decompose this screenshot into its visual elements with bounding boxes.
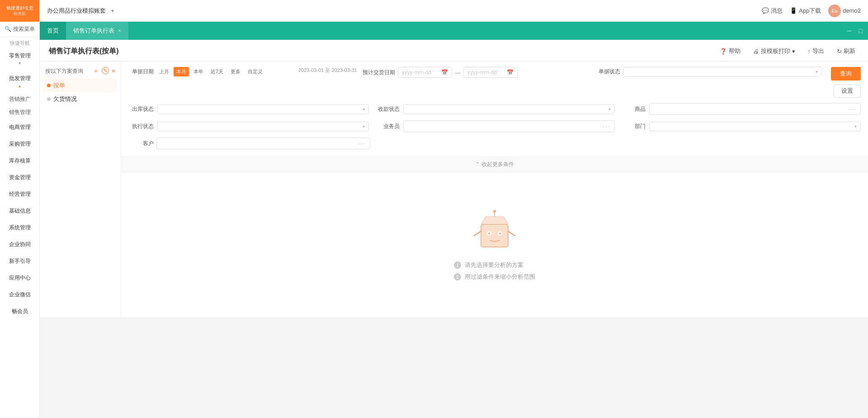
exec-status-select[interactable]: ▾ xyxy=(157,122,369,131)
dept-select[interactable]: ▾ xyxy=(649,122,861,131)
collapse-panel-btn[interactable]: « xyxy=(112,67,115,75)
date-btn-custom[interactable]: 自定义 xyxy=(245,67,265,76)
add-plan-btn[interactable]: ＋ xyxy=(93,67,99,75)
content-area: 按以下方案查询 ＋ ✎ « 按单 欠货情况 xyxy=(40,62,868,317)
sidebar-item-operations[interactable]: 经营管理 xyxy=(0,186,39,203)
svg-point-9 xyxy=(493,210,496,213)
date-btn-7days[interactable]: 近7天 xyxy=(208,67,226,76)
date-from-placeholder: yyyy-mm-dd xyxy=(402,69,431,76)
operations-label: 经营管理 xyxy=(9,190,31,198)
expected-date-from[interactable]: yyyy-mm-dd 📅 xyxy=(398,67,452,78)
salesman-select[interactable]: ··· xyxy=(403,120,615,132)
topbar-title: 办公用品行业模拟账套 xyxy=(47,7,106,15)
settings-btn[interactable]: 设置 xyxy=(834,84,861,98)
date-to-placeholder: yyyy-mm-dd xyxy=(467,69,497,76)
date-btn-last-month[interactable]: 上月 xyxy=(156,67,172,76)
tab-close-btn[interactable]: × xyxy=(118,28,121,34)
search-label: 搜索菜单 xyxy=(13,26,35,32)
goods-filter: 商品 ··· xyxy=(620,103,861,115)
sidebar-item-finance[interactable]: 资金管理 xyxy=(0,169,39,186)
avatar: Ea xyxy=(828,5,841,17)
help-label: 帮助 xyxy=(729,47,741,55)
sidebar-item-wholesale[interactable]: 批发管理 ▴ xyxy=(0,70,39,93)
tab-home[interactable]: 首页 xyxy=(40,22,66,40)
sidebar-item-sales[interactable]: 销售管理 xyxy=(0,106,39,119)
dept-label: 部门 xyxy=(620,123,646,130)
expected-date-to[interactable]: yyyy-mm-dd 📅 xyxy=(463,67,518,78)
message-btn[interactable]: 💬 消息 xyxy=(762,7,783,15)
export-btn[interactable]: ↑ 导出 xyxy=(804,45,828,57)
sidebar-item-inventory[interactable]: 库存核算 xyxy=(0,152,39,169)
window-minimize-btn[interactable]: ─ xyxy=(845,25,854,36)
calendar-to-icon: 📅 xyxy=(507,69,514,76)
refresh-icon: ↻ xyxy=(837,48,842,55)
finance-label: 资金管理 xyxy=(9,174,31,181)
help-icon: ❓ xyxy=(720,48,727,55)
plan-label-by-order: 按单 xyxy=(53,81,65,90)
date-btn-this-month[interactable]: 本月 xyxy=(174,67,189,76)
customer-label: 客户 xyxy=(128,140,154,147)
retail-label: 零售管理 xyxy=(9,52,31,60)
app-download-btn[interactable]: 📱 App下载 xyxy=(790,7,821,15)
plan-dot-inactive xyxy=(47,97,51,101)
sidebar-item-ecommerce[interactable]: 电商管理 xyxy=(0,119,39,136)
help-btn[interactable]: ❓ 帮助 xyxy=(716,45,744,57)
filter-area: 单据日期 上月 本月 本年 近7天 更多 自定义 2023 xyxy=(121,62,868,155)
date-btn-more[interactable]: 更多 xyxy=(228,67,243,76)
sidebar-item-newbie[interactable]: 新手引导 xyxy=(0,253,39,270)
customer-select[interactable]: ··· xyxy=(156,138,370,149)
purchase-label: 采购管理 xyxy=(9,140,31,148)
out-status-select[interactable]: ▾ xyxy=(157,104,369,114)
tab-sales-exec[interactable]: 销售订单执行表 × xyxy=(66,22,128,40)
payment-status-select[interactable]: ▾ xyxy=(403,104,615,114)
sidebar-item-wechat[interactable]: 企业微信 xyxy=(0,286,39,303)
plan-item-by-order[interactable]: 按单 xyxy=(43,79,117,92)
svg-line-7 xyxy=(508,231,515,236)
goods-select[interactable]: ··· xyxy=(649,103,861,115)
refresh-btn[interactable]: ↻ 刷新 xyxy=(833,45,859,57)
member-label: 畅会员 xyxy=(12,308,28,315)
collapse-icon: ⌃ xyxy=(475,161,480,167)
sidebar-search[interactable]: 🔍 搜索菜单 xyxy=(0,22,39,37)
export-label: 导出 xyxy=(812,47,824,55)
print-btn[interactable]: 🖨 按模板打印 ▾ xyxy=(750,45,799,57)
plan-item-by-debt[interactable]: 欠货情况 xyxy=(43,92,117,106)
sidebar-item-marketing[interactable]: 营销推广 xyxy=(0,93,39,106)
export-icon: ↑ xyxy=(808,48,811,55)
edit-plan-btn[interactable]: ✎ xyxy=(102,67,109,74)
query-btn[interactable]: 查询 xyxy=(831,67,861,81)
refresh-label: 刷新 xyxy=(844,47,855,55)
date-btn-this-year[interactable]: 本年 xyxy=(191,67,206,76)
tip-text-1: 请先选择要分析的方案 xyxy=(465,261,524,269)
calendar-from-icon: 📅 xyxy=(441,69,448,76)
collapse-btn[interactable]: ⌃ 收起更多条件 xyxy=(121,157,868,172)
print-chevron-icon: ▾ xyxy=(792,48,795,55)
tip-text-2: 用过滤条件来缩小分析范围 xyxy=(465,273,535,281)
sidebar-item-retail[interactable]: 零售管理 ▾ xyxy=(0,48,39,70)
sidebar-item-system[interactable]: 系统管理 xyxy=(0,219,39,236)
sidebar-item-basic[interactable]: 基础信息 xyxy=(0,203,39,219)
payment-status-label: 收款状态 xyxy=(374,105,400,113)
order-status-label: 单据状态 xyxy=(595,68,620,76)
svg-rect-0 xyxy=(481,224,508,247)
page-header: 销售订单执行表(按单) ❓ 帮助 🖨 按模板打印 ▾ ↑ 导出 xyxy=(40,40,868,61)
logo: 畅捷通好生意 标准版 xyxy=(0,0,39,22)
payment-status-filter: 收款状态 ▾ xyxy=(374,104,615,114)
topbar-arrow[interactable]: ▾ xyxy=(111,8,114,14)
page-content: 销售订单执行表(按单) ❓ 帮助 🖨 按模板打印 ▾ ↑ 导出 xyxy=(40,40,868,418)
sidebar-item-purchase[interactable]: 采购管理 xyxy=(0,136,39,152)
user-menu[interactable]: Ea demo2 xyxy=(828,5,861,17)
filter-row-2: 出库状态 ▾ 收款状态 ▾ xyxy=(128,103,861,115)
sidebar-item-appstore[interactable]: 应用中心 xyxy=(0,270,39,286)
date-filter-label: 单据日期 xyxy=(128,68,154,76)
order-status-arrow: ▾ xyxy=(816,69,818,74)
message-icon: 💬 xyxy=(762,7,769,14)
sidebar-item-member[interactable]: 畅会员 xyxy=(0,303,39,320)
window-maximize-btn[interactable]: □ xyxy=(857,25,864,36)
salesman-label: 业务员 xyxy=(374,123,400,130)
logo-sub: 标准版 xyxy=(14,11,26,17)
tip-num-1: 1 xyxy=(454,261,461,269)
order-status-select[interactable]: ▾ xyxy=(623,67,822,76)
goods-dots-icon: ··· xyxy=(849,105,857,113)
sidebar-item-enterprise[interactable]: 企业协同 xyxy=(0,236,39,253)
